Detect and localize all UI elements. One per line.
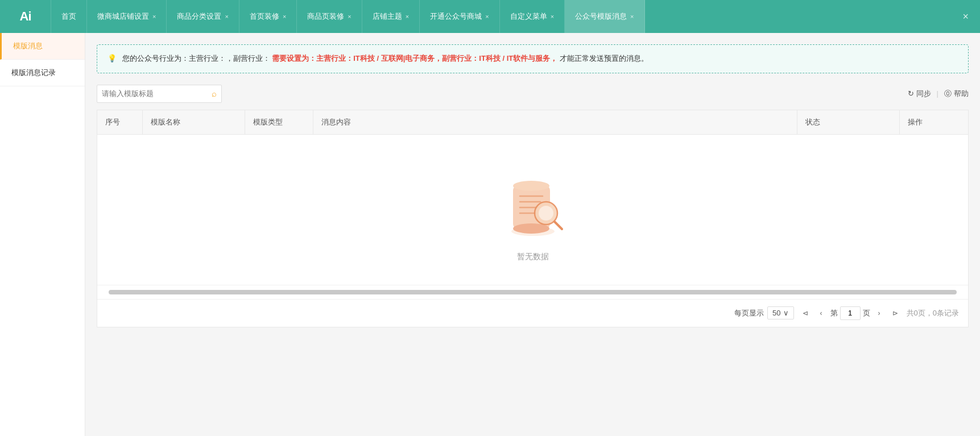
- first-page-button[interactable]: ⊲: [799, 306, 812, 320]
- table-header: 序号 模版名称 模版类型 消息内容 状态 操作: [97, 110, 968, 135]
- notice-highlight: 需要设置为：主营行业：IT科技 / 互联网|电子商务，副营行业：IT科技 / I…: [272, 54, 557, 63]
- prev-page-button[interactable]: ‹: [814, 306, 828, 320]
- per-page-value: 50: [772, 309, 780, 317]
- nav-tab-category[interactable]: 商品分类设置 ×: [167, 0, 239, 33]
- page-total: 共0页，0条记录: [907, 308, 959, 318]
- sidebar-item-template-record[interactable]: 模版消息记录: [0, 60, 85, 86]
- col-content: 消息内容: [313, 110, 797, 134]
- help-icon: ⓪: [944, 89, 952, 99]
- next-page-button[interactable]: ›: [873, 306, 886, 320]
- nav-tab-open-mall[interactable]: 开通公众号商城 ×: [420, 0, 499, 33]
- nav-tab-product-decor[interactable]: 商品页装修 ×: [297, 0, 362, 33]
- empty-text: 暂无数据: [517, 252, 549, 262]
- close-tab-product-decor[interactable]: ×: [348, 13, 351, 20]
- svg-line-10: [555, 222, 562, 229]
- col-status: 状态: [797, 110, 900, 134]
- close-tab-custom-menu[interactable]: ×: [551, 13, 554, 20]
- notice-icon: 💡: [107, 54, 117, 63]
- per-page-label: 每页显示: [734, 308, 764, 318]
- sync-button[interactable]: ↻ 同步: [908, 89, 931, 99]
- page-size-selector: 每页显示 50 ∨: [734, 306, 793, 319]
- close-tab-open-mall[interactable]: ×: [485, 13, 489, 20]
- close-tab-category[interactable]: ×: [225, 13, 228, 20]
- nav-tab-custom-menu[interactable]: 自定义菜单 ×: [500, 0, 565, 33]
- nav-tab-store-theme[interactable]: 店铺主题 ×: [362, 0, 420, 33]
- notice-box: 💡 您的公众号行业为：主营行业：，副营行业： 需要设置为：主营行业：IT科技 /…: [97, 44, 969, 73]
- data-table: 序号 模版名称 模版类型 消息内容 状态 操作: [97, 110, 969, 327]
- sidebar-item-template-message[interactable]: 模版消息: [0, 33, 85, 60]
- col-type: 模版类型: [245, 110, 313, 134]
- divider: |: [937, 89, 938, 98]
- sync-icon: ↻: [908, 89, 914, 98]
- col-index: 序号: [97, 110, 143, 134]
- empty-illustration: [496, 169, 570, 243]
- nav-tab-wechat-shop[interactable]: 微商城店铺设置 ×: [87, 0, 167, 33]
- col-action: 操作: [900, 110, 968, 134]
- svg-point-2: [513, 181, 549, 191]
- nav-tab-template-msg[interactable]: 公众号模版消息 ×: [565, 0, 644, 33]
- page-input[interactable]: [840, 306, 861, 320]
- page-navigation: ⊲ ‹ 第 页 › ⊳: [799, 306, 902, 320]
- toolbar-right: ↻ 同步 | ⓪ 帮助: [908, 89, 969, 99]
- app-logo: Ai: [0, 0, 51, 33]
- scrollbar-area[interactable]: [97, 285, 968, 299]
- svg-point-9: [539, 206, 553, 221]
- content-area: 💡 您的公众号行业为：主营行业：，副营行业： 需要设置为：主营行业：IT科技 /…: [85, 33, 980, 436]
- pagination: 每页显示 50 ∨ ⊲ ‹ 第 页 › ⊳ 共0页，0条记录: [97, 299, 968, 327]
- close-tab-wechat-shop[interactable]: ×: [152, 13, 156, 20]
- per-page-select[interactable]: 50 ∨: [767, 306, 793, 319]
- horizontal-scrollbar[interactable]: [109, 290, 957, 294]
- main-layout: 模版消息 模版消息记录 💡 您的公众号行业为：主营行业：，副营行业： 需要设置为…: [0, 33, 980, 436]
- last-page-button[interactable]: ⊳: [888, 306, 902, 320]
- sidebar: 模版消息 模版消息记录: [0, 33, 85, 436]
- empty-state: 暂无数据: [97, 135, 968, 285]
- page-label: 第: [830, 308, 838, 318]
- help-button[interactable]: ⓪ 帮助: [944, 89, 969, 99]
- close-tab-template-msg[interactable]: ×: [630, 13, 634, 20]
- top-navigation: Ai 首页 微商城店铺设置 × 商品分类设置 × 首页装修 × 商品页装修 × …: [0, 0, 980, 33]
- nav-tab-homepage-decor[interactable]: 首页装修 ×: [239, 0, 297, 33]
- search-icon[interactable]: ⌕: [212, 89, 217, 98]
- page-unit: 页: [863, 308, 870, 318]
- chevron-down-icon: ∨: [783, 309, 789, 317]
- search-box: ⌕: [97, 85, 222, 103]
- close-tab-homepage-decor[interactable]: ×: [283, 13, 286, 20]
- col-name: 模版名称: [143, 110, 245, 134]
- nav-tab-home[interactable]: 首页: [51, 0, 87, 33]
- toolbar: ⌕ ↻ 同步 | ⓪ 帮助: [97, 85, 969, 103]
- close-tab-store-theme[interactable]: ×: [406, 13, 409, 20]
- window-close-button[interactable]: ×: [951, 0, 980, 33]
- search-input[interactable]: [102, 89, 212, 98]
